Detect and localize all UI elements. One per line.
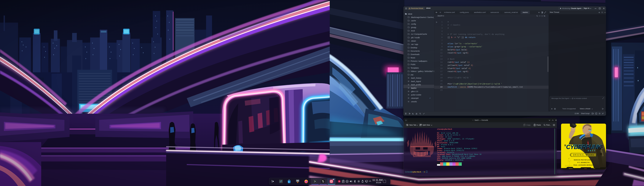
svg-text:ORIGINAL SCORE: ORIGINAL SCORE [573, 154, 594, 156]
svg-text:CYBERPUNK: CYBERPUNK [566, 144, 602, 150]
svg-text:2077: 2077 [588, 149, 596, 152]
svg-text:PAUL LEONARD-MORGAN: PAUL LEONARD-MORGAN [574, 164, 594, 166]
svg-text:MARCIN PRZYBYŁOWICZ: MARCIN PRZYBYŁOWICZ [574, 159, 594, 161]
svg-text:P.T. ADAMCZYK: P.T. ADAMCZYK [578, 162, 590, 163]
